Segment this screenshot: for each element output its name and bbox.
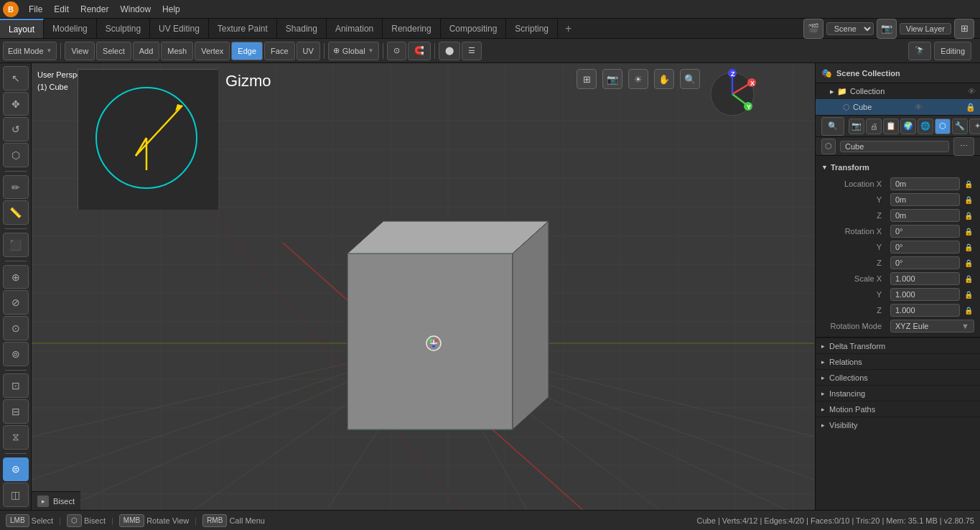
relations-row[interactable]: ▸ Relations: [816, 353, 980, 369]
tab-layout[interactable]: Layout: [0, 19, 44, 38]
props-output-icon[interactable]: 🖨: [866, 118, 882, 134]
scale-y-lock[interactable]: 🔒: [963, 289, 974, 300]
rotation-z-lock[interactable]: 🔒: [963, 257, 974, 269]
axis-gizmo-svg[interactable]: X Y Z: [707, 69, 757, 119]
tab-sculpting[interactable]: Sculpting: [97, 19, 150, 38]
tool-add-cube[interactable]: ⬛: [3, 233, 29, 257]
toolbar-add[interactable]: Add: [133, 42, 160, 60]
tool-mirror[interactable]: ◫: [3, 483, 29, 507]
tool-bevel[interactable]: ⧖: [3, 425, 29, 450]
gizmo-toggle-btn[interactable]: 🔭: [908, 42, 931, 60]
snap-btn[interactable]: 🧲: [408, 42, 431, 60]
scale-z-lock[interactable]: 🔒: [963, 304, 974, 316]
location-z-lock[interactable]: 🔒: [963, 210, 974, 221]
viewport-grid-btn[interactable]: ⊞: [577, 69, 597, 89]
location-x-value[interactable]: 0m: [890, 177, 960, 190]
location-z-value[interactable]: 0m: [890, 209, 960, 222]
tool-rotate[interactable]: ↺: [3, 117, 29, 141]
tool-poly-build[interactable]: ⊙: [3, 316, 29, 340]
scale-y-value[interactable]: 1.000: [890, 288, 960, 301]
tool-move[interactable]: ✥: [3, 92, 29, 116]
toolbar-vertex[interactable]: Vertex: [195, 42, 230, 60]
tab-animation[interactable]: Animation: [327, 19, 383, 38]
tool-measure[interactable]: 📏: [3, 200, 29, 225]
transform-selector[interactable]: ⊕ Global ▼: [328, 42, 379, 60]
tool-spin[interactable]: ⊚: [3, 342, 29, 366]
scale-z-value[interactable]: 1.000: [890, 304, 960, 317]
location-x-lock[interactable]: 🔒: [963, 178, 974, 190]
tool-inset[interactable]: ⊟: [3, 399, 29, 424]
tool-loop-cut[interactable]: ⊕: [3, 265, 29, 289]
tab-texture-paint[interactable]: Texture Paint: [209, 19, 277, 38]
viewport-hand-btn[interactable]: ✋: [654, 69, 674, 89]
proportional-edit-btn[interactable]: ⊙: [387, 42, 406, 60]
toolbar-face[interactable]: Face: [264, 42, 294, 60]
toolbar-mesh[interactable]: Mesh: [161, 42, 193, 60]
tool-bisect[interactable]: ⊜: [3, 457, 29, 482]
view-layer-button[interactable]: View Layer: [900, 23, 951, 34]
blender-logo[interactable]: B: [3, 1, 19, 17]
menu-edit[interactable]: Edit: [48, 3, 75, 16]
scale-x-lock[interactable]: 🔒: [963, 273, 974, 284]
props-particles-icon[interactable]: ✦: [969, 118, 980, 134]
viewport-light-btn[interactable]: ☀: [628, 69, 648, 89]
viewport-zoom-btn[interactable]: 🔍: [680, 69, 700, 89]
viewport-header-icons[interactable]: Editing: [934, 42, 971, 60]
tab-uv-editing[interactable]: UV Editing: [150, 19, 209, 38]
tool-scale[interactable]: ⬡: [3, 143, 29, 167]
props-view-layer-icon[interactable]: 📋: [883, 118, 899, 134]
cube-eye[interactable]: 👁: [915, 103, 923, 111]
scene-icon-btn[interactable]: 🎬: [803, 19, 823, 39]
add-workspace-button[interactable]: +: [558, 19, 579, 38]
viewport-3d[interactable]: User Perspective (1) Cube Gizmo ⊞ 📷 ☀: [32, 63, 815, 510]
instancing-row[interactable]: ▸ Instancing: [816, 385, 980, 401]
visibility-row[interactable]: ▸ Visibility: [816, 417, 980, 432]
tool-annotate[interactable]: ✏: [3, 175, 29, 200]
tab-modeling[interactable]: Modeling: [44, 19, 97, 38]
props-extra-btn[interactable]: ⋯: [953, 137, 974, 156]
props-scene-icon[interactable]: 🌍: [900, 118, 916, 134]
tool-knife[interactable]: ⊘: [3, 290, 29, 315]
motion-paths-row[interactable]: ▸ Motion Paths: [816, 401, 980, 417]
scale-x-value[interactable]: 1.000: [890, 272, 960, 285]
menu-file[interactable]: File: [23, 3, 48, 16]
toolbar-uv[interactable]: UV: [297, 42, 320, 60]
outliner-collection-row[interactable]: ▸ 📁 Collection 👁: [816, 83, 980, 99]
viewport-shading-btn[interactable]: ⬤: [439, 42, 460, 60]
menu-window[interactable]: Window: [114, 3, 157, 16]
mode-selector[interactable]: Edit Mode ▼: [3, 42, 57, 60]
props-filter-btn[interactable]: 🔍: [821, 117, 844, 136]
rotation-x-value[interactable]: 0°: [890, 225, 960, 238]
outliner-cube-row[interactable]: ⬡ Cube 👁 🔒: [816, 99, 980, 115]
location-y-lock[interactable]: 🔒: [963, 194, 974, 205]
cube-restrict[interactable]: 🔒: [966, 103, 976, 112]
expand-btn[interactable]: ⊞: [954, 19, 974, 39]
tool-extrude[interactable]: ⊡: [3, 373, 29, 398]
menu-render[interactable]: Render: [75, 3, 114, 16]
scene-select[interactable]: Scene: [826, 22, 874, 35]
delta-transform-row[interactable]: ▸ Delta Transform: [816, 338, 980, 353]
props-world-icon[interactable]: 🌐: [918, 118, 933, 134]
props-render-icon[interactable]: 📷: [849, 118, 864, 134]
menu-help[interactable]: Help: [157, 3, 186, 16]
tab-compositing[interactable]: Compositing: [441, 19, 507, 38]
tab-shading[interactable]: Shading: [277, 19, 327, 38]
props-modifier-icon[interactable]: 🔧: [952, 118, 968, 134]
collections-row[interactable]: ▸ Collections: [816, 369, 980, 385]
viewport-camera-btn[interactable]: 📷: [602, 69, 622, 89]
rotation-mode-value[interactable]: XYZ Eule ▼: [890, 320, 974, 333]
rotation-y-value[interactable]: 0°: [890, 241, 960, 254]
toolbar-view[interactable]: View: [65, 42, 95, 60]
rotation-z-value[interactable]: 0°: [890, 256, 960, 269]
toolbar-edge[interactable]: Edge: [231, 42, 263, 60]
toolbar-select[interactable]: Select: [96, 42, 131, 60]
collection-eye[interactable]: 👁: [968, 87, 976, 96]
props-object-icon[interactable]: ⬡: [935, 118, 951, 134]
tab-rendering[interactable]: Rendering: [383, 19, 440, 38]
tool-select[interactable]: ↖: [3, 66, 29, 90]
object-name-field[interactable]: [840, 141, 949, 152]
transform-header[interactable]: ▼ Transform: [816, 159, 980, 176]
overlay-btn[interactable]: ☰: [462, 42, 482, 60]
rotation-y-lock[interactable]: 🔒: [963, 241, 974, 253]
rotation-x-lock[interactable]: 🔒: [963, 226, 974, 237]
